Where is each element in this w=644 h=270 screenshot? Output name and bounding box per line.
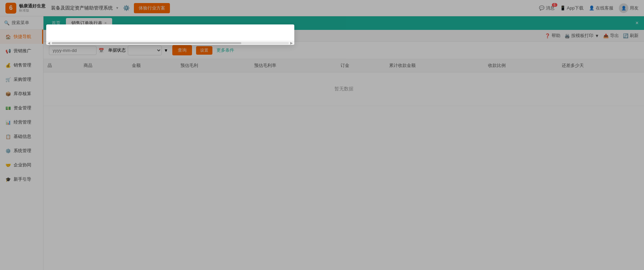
scrollbar-right-arrow[interactable]: ▶ — [290, 41, 293, 45]
scrollbar-left-arrow[interactable]: ◀ — [48, 41, 50, 45]
modal-overlay: 📋 进货订单 ▶ 📄 进货单 ◀ — [0, 0, 644, 270]
scrollbar-thumb[interactable] — [52, 42, 241, 44]
modal-content: 📋 进货订单 ▶ 📄 进货单 ◀ — [46, 24, 294, 41]
scrollbar-track[interactable] — [52, 42, 289, 44]
quick-nav-modal: 📋 进货订单 ▶ 📄 进货单 ◀ — [46, 24, 294, 45]
modal-scrollbar[interactable]: ◀ ▶ — [46, 41, 294, 45]
